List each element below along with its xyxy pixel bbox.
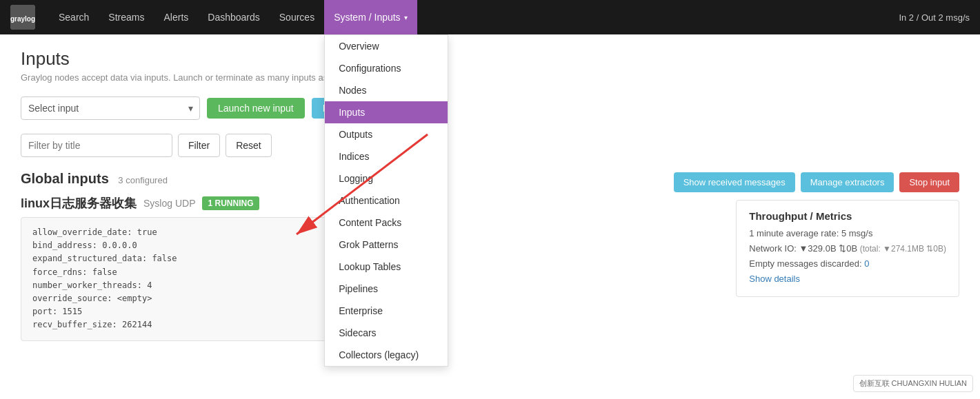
navbar-stats: In 2 / Out 2 msg/s — [899, 12, 970, 23]
launch-new-input-button[interactable]: Launch new input — [207, 98, 305, 119]
dropdown-authentication[interactable]: Authentication — [325, 190, 448, 212]
metrics-rate: 1 minute average rate: 5 msg/s — [749, 226, 946, 241]
system-dropdown-wrapper: System / Inputs ▾ Overview Configuration… — [324, 0, 417, 34]
select-input-wrapper: Select input ▾ — [21, 96, 200, 120]
config-line-3: expand_structured_data: false — [32, 252, 368, 265]
config-line-7: port: 1515 — [32, 305, 368, 318]
dropdown-overview[interactable]: Overview — [325, 35, 448, 57]
page-subtitle: Graylog nodes accept data via inputs. La… — [21, 72, 959, 83]
input-selection-row: Select input ▾ Launch new input Find m..… — [21, 96, 959, 120]
metrics-empty-messages: Empty messages discarded: 0 — [749, 256, 946, 272]
nav-links: Search Streams Alerts Dashboards Sources… — [49, 0, 899, 34]
metrics-box: Throughput / Metrics 1 minute average ra… — [736, 200, 959, 297]
navbar: graylog Search Streams Alerts Dashboards… — [0, 0, 980, 34]
dropdown-sidecars[interactable]: Sidecars — [325, 322, 448, 344]
metrics-network-io: Network IO: ▼329.0B ⇅0B (total: ▼274.1MB… — [749, 241, 946, 256]
dropdown-collectors[interactable]: Collectors (legacy) — [325, 344, 448, 366]
input-entry-name: linux日志服务器收集 — [21, 195, 137, 212]
nav-streams[interactable]: Streams — [99, 0, 154, 34]
config-line-5: number_worker_threads: 4 — [32, 279, 368, 292]
config-line-2: bind_address: 0.0.0.0 — [32, 239, 368, 252]
dropdown-content-packs[interactable]: Content Packs — [325, 212, 448, 234]
nav-search[interactable]: Search — [49, 0, 99, 34]
running-badge: 1 RUNNING — [202, 196, 259, 210]
graylog-logo: graylog — [10, 5, 35, 30]
nav-alerts[interactable]: Alerts — [154, 0, 198, 34]
dropdown-configurations[interactable]: Configurations — [325, 57, 448, 79]
manage-extractors-button[interactable]: Manage extractors — [801, 172, 894, 192]
reset-button[interactable]: Reset — [226, 134, 272, 157]
show-received-messages-button[interactable]: Show received messages — [674, 172, 795, 192]
nav-sources[interactable]: Sources — [270, 0, 324, 34]
dropdown-outputs[interactable]: Outputs — [325, 123, 448, 145]
filter-input[interactable] — [21, 134, 172, 157]
config-line-6: override_source: <empty> — [32, 292, 368, 305]
nav-dashboards[interactable]: Dashboards — [198, 0, 270, 34]
config-line-8: recv_buffer_size: 262144 — [32, 318, 368, 331]
page-content: Inputs Graylog nodes accept data via inp… — [0, 34, 980, 399]
action-buttons: Show received messages Manage extractors… — [674, 172, 959, 192]
filter-row: Filter Reset — [21, 134, 959, 157]
system-caret-icon: ▾ — [404, 14, 408, 21]
dropdown-grok-patterns[interactable]: Grok Patterns — [325, 234, 448, 256]
select-input[interactable]: Select input — [21, 96, 200, 120]
metrics-text: 1 minute average rate: 5 msg/s Network I… — [749, 226, 946, 287]
system-dropdown-menu: Overview Configurations Nodes Inputs Out… — [324, 34, 448, 367]
input-entry-type: Syslog UDP — [143, 198, 195, 209]
config-line-4: force_rdns: false — [32, 266, 368, 279]
dropdown-inputs[interactable]: Inputs — [325, 101, 448, 123]
dropdown-pipelines[interactable]: Pipelines — [325, 278, 448, 300]
nav-system[interactable]: System / Inputs ▾ — [324, 0, 417, 34]
dropdown-enterprise[interactable]: Enterprise — [325, 300, 448, 322]
config-line-1: allow_override_date: true — [32, 226, 368, 239]
brand-logo: graylog — [10, 5, 35, 30]
filter-button[interactable]: Filter — [178, 134, 220, 157]
dropdown-lookup-tables[interactable]: Lookup Tables — [325, 256, 448, 278]
dropdown-nodes[interactable]: Nodes — [325, 79, 448, 101]
dropdown-indices[interactable]: Indices — [325, 145, 448, 167]
show-details-link[interactable]: Show details — [749, 274, 800, 284]
stop-input-button[interactable]: Stop input — [899, 172, 959, 192]
page-title: Inputs — [21, 48, 959, 70]
watermark: 创新互联 CHUANGXIN HULIAN — [853, 375, 973, 392]
svg-text:graylog: graylog — [10, 15, 35, 23]
dropdown-logging[interactable]: Logging — [325, 167, 448, 190]
configured-badge: 3 configured — [118, 175, 168, 185]
metrics-title: Throughput / Metrics — [749, 210, 946, 222]
